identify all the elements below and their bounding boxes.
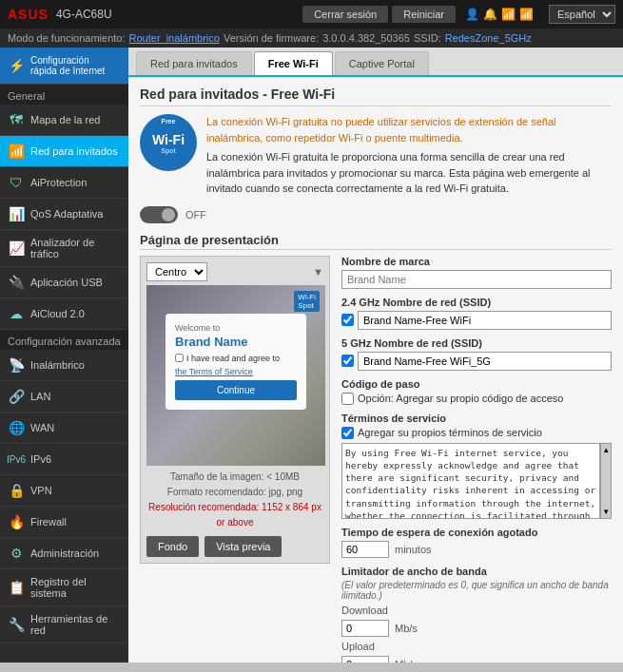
toggle-knob [162, 208, 175, 221]
brand-name-label: Nombre de marca [341, 256, 612, 267]
sidebar-item-mapa[interactable]: 🗺 Mapa de la red [0, 105, 128, 136]
sidebar-wan-label: WAN [30, 422, 54, 433]
restart-button[interactable]: Reiniciar [392, 6, 456, 23]
timeout-input[interactable] [341, 541, 389, 558]
preview-checkbox: I have read and agree to [175, 354, 297, 363]
sidebar-item-wan[interactable]: 🌐 WAN [0, 413, 128, 444]
page-title: Red para invitados - Free Wi-Fi [140, 86, 612, 106]
tab-captive-portal[interactable]: Captive Portal [335, 51, 429, 75]
sidebar-vpn-label: VPN [30, 485, 52, 496]
brand-name-input[interactable] [341, 270, 612, 289]
toggle-label: OFF [185, 209, 206, 221]
ssid-24-group: 2.4 GHz Nombre de red (SSID) [341, 297, 612, 330]
aicloud-icon: ☁ [8, 305, 25, 322]
sidebar-item-ipv6[interactable]: IPv6 IPv6 [0, 444, 128, 475]
preview-continue-button[interactable]: Continue [175, 380, 297, 400]
ssid-24-label: 2.4 GHz Nombre de red (SSID) [341, 297, 612, 308]
bandwidth-group: Limitador de ancho de banda (El valor pr… [341, 566, 612, 663]
preview-checkbox-text: I have read and agree to [186, 354, 280, 363]
close-session-button[interactable]: Cerrar sesión [302, 6, 388, 23]
sidebar-firewall-label: Firewall [30, 516, 67, 528]
sidebar-item-analizador[interactable]: 📈 Analizador de tráfico [0, 230, 128, 267]
ssid-24-checkbox-row [341, 311, 612, 330]
firewall-icon: 🔥 [8, 513, 25, 530]
vpn-icon: 🔒 [8, 482, 25, 499]
image-format-info: Formato recomendado: jpg, png [146, 485, 323, 500]
sidebar-item-quick-config[interactable]: ⚡ Configuraciónrápida de Internet [0, 48, 128, 85]
tabs-container: Red para invitados Free Wi-Fi Captive Po… [128, 48, 623, 77]
ssid-value: RedesZone_5GHz [445, 32, 532, 44]
wifi-spot-logo: Wi-Fi Spot Free [140, 114, 197, 171]
enable-toggle[interactable] [140, 206, 178, 223]
preview-header: Centro ▼ [146, 262, 323, 281]
terms-link[interactable]: the Terms of Service [175, 367, 253, 376]
preview-brand: Brand Name [175, 335, 297, 349]
wan-icon: 🌐 [8, 419, 25, 436]
sidebar-item-administracion[interactable]: ⚙ Administración [0, 538, 128, 569]
main-content: Red para invitados Free Wi-Fi Captive Po… [128, 48, 623, 662]
preview-container: Centro ▼ Wi-FiSpot Welcome to [140, 256, 330, 564]
ssid-24-checkbox[interactable] [341, 314, 354, 326]
passcode-label: Código de paso [341, 378, 612, 390]
terms-checkbox[interactable] [341, 427, 354, 439]
passcode-checkbox[interactable] [341, 393, 354, 405]
sidebar-item-vpn[interactable]: 🔒 VPN [0, 475, 128, 507]
download-value-row: Mb/s [341, 620, 612, 637]
image-res-info: Resolución recomendada: 1152 x 864 px or… [146, 500, 323, 530]
preview-button[interactable]: Vista previa [204, 536, 282, 557]
ssid-5-checkbox[interactable] [341, 355, 354, 367]
preview-frame: Wi-FiSpot Welcome to Brand Name I have r… [146, 285, 325, 466]
mode-link[interactable]: Router_inalámbrico [129, 32, 220, 44]
background-button[interactable]: Fondo [146, 536, 199, 557]
sidebar-lan-label: LAN [30, 391, 50, 402]
firmware-bar: Modo de funcionamiento: Router_inalámbri… [0, 29, 623, 48]
passcode-option-text: Opción: Agregar su propio código de acce… [358, 393, 563, 404]
administracion-icon: ⚙ [8, 545, 25, 562]
sidebar-item-aicloud[interactable]: ☁ AiCloud 2.0 [0, 298, 128, 330]
sidebar-item-lan[interactable]: 🔗 LAN [0, 381, 128, 413]
ssid-5-input[interactable] [358, 352, 612, 371]
sidebar-item-aiprotection[interactable]: 🛡 AiProtection [0, 167, 128, 199]
mode-label: Modo de funcionamiento: [8, 32, 126, 44]
sidebar-herramientas-label: Herramientas de red [30, 613, 121, 636]
terms-textarea[interactable]: By using Free Wi-Fi internet service, yo… [341, 443, 600, 519]
tab-free-wifi[interactable]: Free Wi-Fi [254, 51, 333, 75]
download-input[interactable] [341, 620, 389, 637]
sidebar-ipv6-label: IPv6 [30, 453, 51, 465]
sidebar-item-firewall[interactable]: 🔥 Firewall [0, 507, 128, 538]
red-invitados-icon: 📶 [8, 143, 25, 160]
terms-checkbox-text: Agregar su propios términos de servicio [358, 427, 542, 438]
ssid-24-input[interactable] [358, 311, 612, 330]
sidebar-item-herramientas[interactable]: 🔧 Herramientas de red [0, 606, 128, 643]
sidebar-aiprotection-label: AiProtection [30, 177, 87, 188]
terms-checkbox-row: Agregar su propios términos de servicio [341, 427, 612, 439]
sidebar-item-inalambrico[interactable]: 📡 Inalámbrico [0, 350, 128, 381]
upload-label: Upload [341, 641, 375, 652]
sidebar: ⚡ Configuraciónrápida de Internet Genera… [0, 48, 128, 662]
sidebar-item-usb[interactable]: 🔌 Aplicación USB [0, 267, 128, 298]
bandwidth-note: (El valor predeterminado es 0, que signi… [341, 580, 612, 601]
sidebar-item-red-invitados[interactable]: 📶 Red para invitados [0, 136, 128, 167]
toggle-row: OFF [140, 206, 612, 223]
sidebar-registro-label: Registro del sistema [30, 576, 121, 599]
position-select[interactable]: Centro [146, 262, 207, 281]
preview-btn-row: Fondo Vista previa [146, 536, 323, 557]
sidebar-item-registro[interactable]: 📋 Registro del sistema [0, 569, 128, 606]
language-select[interactable]: Español [549, 5, 615, 24]
usb-icon: 🔌 [8, 274, 25, 291]
download-inline: Download [341, 605, 612, 616]
brand-name-group: Nombre de marca [341, 256, 612, 289]
terms-group: Términos de servicio Agregar su propios … [341, 413, 612, 519]
inalambrico-icon: 📡 [8, 356, 25, 374]
bandwidth-label: Limitador de ancho de banda [341, 566, 612, 577]
preview-terms-link: the Terms of Service [175, 367, 297, 376]
ssid-5-label: 5 GHz Nombre de red (SSID) [341, 337, 612, 349]
tab-red-invitados[interactable]: Red para invitados [136, 51, 252, 75]
left-column: Centro ▼ Wi-FiSpot Welcome to [140, 256, 330, 663]
upload-input[interactable] [341, 656, 389, 663]
preview-wifi-badge: Wi-FiSpot [294, 291, 320, 312]
preview-terms-checkbox[interactable] [175, 354, 184, 362]
sidebar-item-qos[interactable]: 📊 QoS Adaptativa [0, 199, 128, 230]
sidebar-qos-label: QoS Adaptativa [30, 208, 103, 220]
model-name: 4G-AC68U [56, 8, 112, 21]
